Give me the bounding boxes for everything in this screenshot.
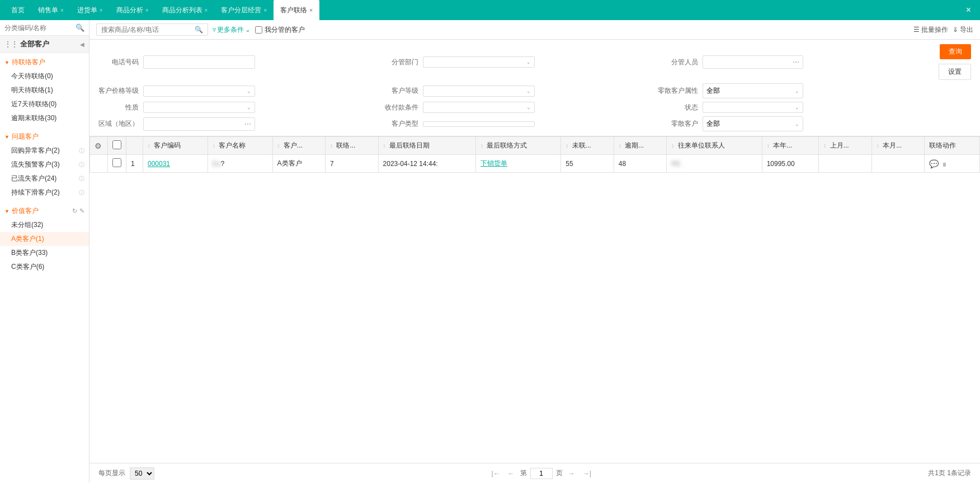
select-all-checkbox[interactable] <box>112 140 121 149</box>
customer-code-link[interactable]: 000031 <box>148 160 170 168</box>
page-number-input[interactable] <box>530 468 553 479</box>
th-last-contact-date[interactable]: ↕ 最后联络日期 <box>378 137 476 155</box>
th-no-contact-days[interactable]: ↕ 未联... <box>561 137 614 155</box>
nav-item-home[interactable]: 首页 <box>4 0 31 20</box>
chat-icon[interactable]: 💬 <box>929 159 939 168</box>
sidebar-item-declining[interactable]: 持续下滑客户(2) ⓘ <box>0 186 89 200</box>
info-icon[interactable]: ⓘ <box>79 147 84 155</box>
filter-select-payment[interactable]: ⌄ <box>423 102 535 113</box>
sidebar-all-customers[interactable]: ⋮⋮ 全部客户 ◀ <box>0 36 89 53</box>
settings-icon[interactable]: ⚙ <box>95 141 102 150</box>
sidebar-item-tomorrow[interactable]: 明天待联络(1) <box>0 83 89 97</box>
th-customer-level[interactable]: ↕ 客户... <box>272 137 326 155</box>
settings-button[interactable]: 设置 <box>939 64 971 80</box>
collapse-icon[interactable]: ◀ <box>80 41 84 48</box>
filter-select-price-level[interactable]: ⌄ <box>143 86 255 97</box>
filter-select-customer-level[interactable]: ⌄ <box>423 86 535 97</box>
nav-item-customer-tier[interactable]: 客户分层经营 × <box>214 0 274 20</box>
th-customer-name[interactable]: ↕ 客户名称 <box>208 137 272 155</box>
filter-search-icon[interactable]: 🔍 <box>195 26 203 34</box>
sidebar-search-icon[interactable]: 🔍 <box>76 23 84 32</box>
nav-item-goods-analysis-list[interactable]: 商品分析列表 × <box>156 0 215 20</box>
th-company-contact-label: 往来单位联系人 <box>678 141 725 149</box>
sidebar-group-problem-title[interactable]: ▼ 问题客户 <box>0 130 89 144</box>
per-page-select[interactable]: 50 <box>130 467 154 480</box>
sidebar-item-repurchase[interactable]: 回购异常客户(2) ⓘ <box>0 144 89 158</box>
info-icon[interactable]: ⓘ <box>79 175 84 183</box>
th-last-contact-method[interactable]: ↕ 最后联络方式 <box>476 137 561 155</box>
sidebar-item-today[interactable]: 今天待联络(0) <box>0 69 89 83</box>
th-contact-count[interactable]: ↕ 联络... <box>326 137 379 155</box>
sidebar-search-input[interactable] <box>4 24 76 32</box>
query-button[interactable]: 查询 <box>940 44 971 59</box>
th-settings[interactable]: ⚙ <box>90 137 108 155</box>
sidebar-group-value-title[interactable]: ▼ 价值客户 ↻ ✎ <box>0 204 89 218</box>
th-last-month[interactable]: ↕ 上月... <box>819 137 872 155</box>
filter-select-zero-attr[interactable]: 全部 ⌄ <box>703 83 803 98</box>
close-icon[interactable]: × <box>205 7 208 13</box>
last-contact-method-link[interactable]: 下销货单 <box>480 159 507 167</box>
row-checkbox[interactable] <box>112 158 121 167</box>
edit-icon[interactable]: ✎ <box>79 207 84 215</box>
th-overdue-days[interactable]: ↕ 逾期... <box>614 137 667 155</box>
td-index: 1 <box>126 155 143 173</box>
close-icon[interactable]: × <box>100 7 103 13</box>
nav-item-sales[interactable]: 销售单 × <box>31 0 70 20</box>
more-conditions-button[interactable]: ▿ 更多条件 ⌄ <box>213 25 251 35</box>
last-page-button[interactable]: →| <box>581 469 593 478</box>
close-icon[interactable]: × <box>309 7 313 13</box>
sidebar-item-churn-warning[interactable]: 流失预警客户(3) ⓘ <box>0 158 89 172</box>
th-current-month[interactable]: ↕ 本月... <box>871 137 925 155</box>
filter-select-manager[interactable]: ⋯ <box>703 55 803 69</box>
sidebar-item-week[interactable]: 近7天待联络(0) <box>0 97 89 111</box>
my-customers-check[interactable] <box>255 26 262 34</box>
sidebar-search-bar: 🔍 <box>0 20 89 36</box>
prev-page-button[interactable]: ← <box>506 469 517 478</box>
td-last-contact-method[interactable]: 下销货单 <box>476 155 561 173</box>
more-conditions-label: 更多条件 <box>217 25 244 35</box>
close-icon[interactable]: × <box>263 7 267 13</box>
customer-name-blurred: Ea <box>213 160 221 168</box>
nav-label-goods-list: 商品分析列表 <box>162 6 202 15</box>
info-icon[interactable]: ⓘ <box>79 161 84 169</box>
sidebar-item-overdue[interactable]: 逾期未联络(30) <box>0 111 89 125</box>
sidebar-item-ungroup[interactable]: 未分组(32) <box>0 218 89 232</box>
th-checkbox[interactable] <box>108 137 126 155</box>
th-current-year[interactable]: ↕ 本年... <box>762 137 819 155</box>
batch-ops-button[interactable]: ☰ 批量操作 <box>913 25 948 35</box>
filter-select-zero-customer[interactable]: 全部 ⌄ <box>703 116 803 131</box>
filter-select-dept[interactable]: ⌄ <box>423 56 535 68</box>
more-icon[interactable]: ⋯ <box>244 120 251 128</box>
sidebar-item-b-class[interactable]: B类客户(33) <box>0 246 89 260</box>
next-page-button[interactable]: → <box>566 469 577 478</box>
sidebar-group-pending-title[interactable]: ▼ 待联络客户 <box>0 55 89 69</box>
info-icon[interactable]: ⓘ <box>79 189 84 197</box>
sidebar-item-churned[interactable]: 已流失客户(24) ⓘ <box>0 172 89 186</box>
close-icon[interactable]: × <box>60 7 64 13</box>
sidebar-item-a-class[interactable]: A类客户(1) <box>0 232 89 246</box>
th-customer-code[interactable]: ↕ 客户编码 <box>143 137 208 155</box>
filter-search-input[interactable] <box>101 26 192 34</box>
first-page-button[interactable]: |← <box>489 469 502 478</box>
td-last-month <box>819 155 872 173</box>
close-icon[interactable]: × <box>145 7 149 13</box>
nav-item-customer-contact[interactable]: 客户联络 × <box>274 0 319 20</box>
more-icon[interactable]: ⋯ <box>793 58 799 66</box>
td-checkbox[interactable] <box>108 155 126 173</box>
qr-code-icon[interactable]: ∎ <box>942 159 947 168</box>
nav-item-purchase[interactable]: 进货单 × <box>70 0 110 20</box>
table-row: 1 000031 Ea? A类客户 7 2023-04-12 14:44: 下销… <box>90 155 980 173</box>
window-close-button[interactable]: × <box>962 5 976 15</box>
filter-select-nature[interactable]: ⌄ <box>143 102 255 113</box>
my-customers-checkbox[interactable]: 我分管的客户 <box>255 25 305 35</box>
filter-select-region[interactable]: ⋯ <box>143 117 255 131</box>
td-customer-code[interactable]: 000031 <box>143 155 208 173</box>
filter-input-phone[interactable] <box>143 55 255 69</box>
nav-item-goods-analysis[interactable]: 商品分析 × <box>110 0 156 20</box>
refresh-icon[interactable]: ↻ <box>72 207 77 215</box>
th-company-contact[interactable]: ↕ 往来单位联系人 <box>667 137 762 155</box>
filter-select-customer-type[interactable] <box>423 121 535 127</box>
export-button[interactable]: ⇓ 导出 <box>953 25 973 35</box>
filter-select-status[interactable]: ⌄ <box>703 102 803 113</box>
sidebar-item-c-class[interactable]: C类客户(6) <box>0 260 89 274</box>
